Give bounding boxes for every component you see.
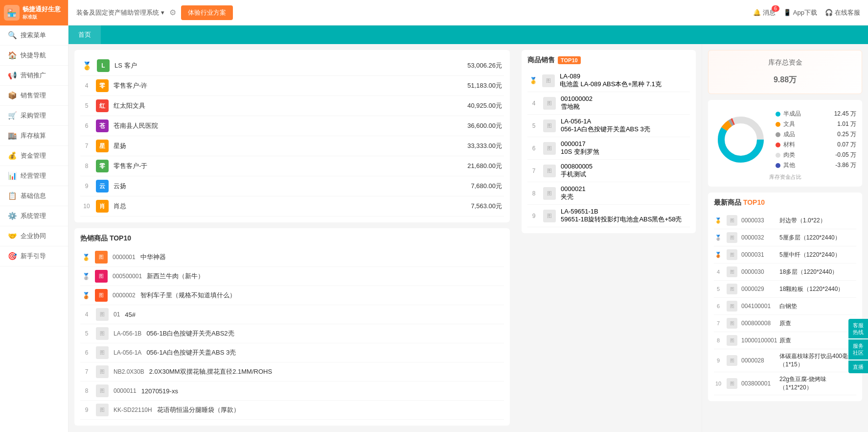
notifications-item[interactable]: 🔔 消息 6	[753, 8, 776, 17]
hot-product-9: 9 图 KK-SD22110H 花语萌恒温分腿睡袋（厚款）	[80, 401, 504, 420]
sidebar-item-purchase[interactable]: 🛒 采购管理	[0, 106, 68, 126]
mobile-icon: 📱	[783, 9, 791, 16]
hot-name-2: 新西兰牛肉（新牛）	[147, 272, 204, 281]
np-item-7: 7 图 000800008 原查	[714, 315, 856, 332]
np-rank-8: 8	[714, 337, 723, 343]
sidebar-item-sales[interactable]: 📦 销售管理	[0, 86, 68, 106]
app-download-label: App下载	[793, 8, 817, 17]
hot-products-list: 🥇 图 0000001 中华神器 🥈 图 000500001 新西兰牛肉（新牛）…	[80, 248, 504, 420]
np-item-6: 6 图 004100001 白钢垫	[714, 298, 856, 315]
ps-info-5: 000800005 手机测试	[561, 163, 688, 179]
ps-thumb-6: 图	[543, 187, 556, 200]
avatar-3: 红	[96, 99, 109, 112]
rank-item-3: 5 红 红太阳文具 40,925.00元	[80, 96, 504, 116]
legend-item-5: 其他 -3.86 万	[776, 161, 856, 169]
customer-name-3: 红太阳文具	[114, 101, 462, 110]
hot-thumb-4: 图	[96, 308, 109, 321]
sidebar-item-quicknav[interactable]: 🏠 快捷导航	[0, 46, 68, 66]
np-item-1: 🥇 图 0000033 封边带（1.0*22）	[714, 212, 856, 229]
product-sales-card: 商品销售 TOP10 🥇 图 LA-089 电池盖 LA-089 ABS本色+黑…	[522, 50, 696, 233]
float-btn-community[interactable]: 服务社区	[848, 339, 868, 360]
legend-val-2: 0.25 万	[837, 130, 856, 139]
rank-item-6: 8 零 零售客户-于 21,680.00元	[80, 156, 504, 176]
inventory-amount: 9.88万	[716, 70, 854, 86]
float-btn-livestream[interactable]: 直播	[848, 360, 868, 373]
sidebar-system-label: 系统管理	[21, 212, 46, 220]
sidebar-item-operations[interactable]: 📊 经营管理	[0, 166, 68, 186]
app-download-item[interactable]: 📱 App下载	[783, 8, 817, 17]
ps-item-1: 🥇 图 LA-089 电池盖 LA-089 ABS本色+黑种 7.1克	[527, 70, 690, 92]
np-rank-9: 9	[714, 358, 723, 363]
online-service-item[interactable]: 🎧 在线客服	[825, 8, 860, 17]
customer-amount-6: 21,680.00元	[467, 162, 502, 170]
np-item-3: 🥉 图 0000031 5厘中纤（1220*2440）	[714, 246, 856, 264]
np-thumb-9: 图	[727, 355, 737, 366]
hot-medal-3: 🥉	[82, 292, 90, 299]
sidebar-item-marketing[interactable]: 📢 营销推广	[0, 66, 68, 86]
header-right: 🔔 消息 6 📱 App下载 🎧 在线客服	[753, 8, 860, 17]
hot-name-3: 智利车子里（规格不知道填什么）	[140, 291, 236, 300]
logo-title: 畅捷通好生意	[23, 5, 61, 14]
np-thumb-3: 图	[727, 249, 737, 260]
ps-rank-3: 5	[529, 122, 538, 129]
np-name-3: 5厘中纤（1220*2440）	[779, 251, 856, 259]
hot-code-9: KK-SD22110H	[114, 407, 152, 413]
tab-home[interactable]: 首页	[69, 25, 101, 44]
float-btn-service[interactable]: 客服热线	[848, 319, 868, 339]
np-thumb-7: 图	[727, 318, 737, 329]
new-products-list: 🥇 图 0000033 封边带（1.0*22） 🥈 图 0000032 5厘多层…	[714, 212, 856, 395]
np-name-10: 22g鱼豆腐-烧烤味（1*12*20）	[779, 375, 856, 392]
hot-code-4: 01	[114, 311, 120, 318]
hot-rank-7: 7	[82, 368, 91, 375]
system-icon: ⚙️	[8, 212, 17, 220]
left-panel: 🥇 L LS 客户 53,006.26元 4 零 零售客户-许 51,183.0…	[69, 44, 516, 432]
sidebar-operations-label: 经营管理	[21, 171, 46, 180]
sidebar-item-inventory[interactable]: 🏬 库存核算	[0, 126, 68, 146]
ps-rank-2: 4	[529, 100, 538, 107]
sidebar-finance-label: 资金管理	[21, 151, 46, 160]
sidebar-item-basicinfo[interactable]: 📋 基础信息	[0, 186, 68, 206]
hot-thumb-2: 图	[95, 270, 108, 283]
right-panel: 库存总资金 9.88万	[702, 44, 868, 432]
np-code-5: 0000029	[741, 286, 776, 292]
ps-item-6: 8 图 0000021 夹壳	[527, 182, 690, 205]
ps-name-6: 夹壳	[561, 192, 688, 201]
dropdown-arrow-icon: ▾	[161, 9, 164, 16]
content: 🥇 L LS 客户 53,006.26元 4 零 零售客户-许 51,183.0…	[69, 44, 868, 432]
avatar-8: 肖	[96, 200, 109, 213]
legend-name-5: 其他	[783, 161, 832, 169]
product-sales-badge: TOP10	[558, 56, 581, 64]
rank-item-4: 6 苍 苍南县人民医院 36,600.00元	[80, 116, 504, 136]
inventory-title: 库存总资金	[716, 58, 854, 67]
ps-name-3: 056-1A白色按键开关盖ABS 3壳	[561, 125, 688, 134]
sidebar-item-system[interactable]: ⚙️ 系统管理	[0, 206, 68, 226]
np-code-9: 0000028	[741, 357, 776, 364]
legend: 半成品 12.45 万 文具 1.01 万 成品 0.25 万	[776, 110, 856, 169]
marketing-icon: 📢	[8, 71, 17, 80]
np-name-1: 封边带（1.0*22）	[779, 216, 856, 225]
np-name-4: 18多层（1220*2440）	[779, 268, 856, 276]
sidebar-item-search[interactable]: 🔍 搜索菜单	[0, 25, 68, 46]
np-code-8: 10000100001	[741, 337, 776, 344]
hot-code-2: 000500001	[113, 273, 142, 280]
rank-item-8: 10 肖 肖总 7,563.00元	[80, 196, 504, 216]
customer-amount-4: 36,600.00元	[467, 121, 502, 130]
ps-name-7: 59651-1B旋转投影灯电池盒ABS黑色+58壳	[561, 215, 688, 224]
ps-thumb-7: 图	[543, 210, 556, 222]
notifications-badge: 6	[772, 5, 779, 12]
sidebar-item-enterprise[interactable]: 🤝 企业协同	[0, 226, 68, 246]
np-medal-1: 🥇	[714, 217, 723, 224]
avatar-2: 零	[96, 79, 109, 92]
np-item-5: 5 图 0000029 18颗粒板（1220*2440）	[714, 281, 856, 298]
sidebar-item-newbie[interactable]: 🎯 新手引导	[0, 246, 68, 266]
header-system-dropdown[interactable]: 装备及固定资产辅助管理系统 ▾	[76, 8, 164, 17]
new-products-top-label: TOP10	[743, 198, 765, 206]
settings-gear-icon[interactable]: ⚙	[169, 8, 176, 17]
rank-item-1: 🥇 L LS 客户 53,006.26元	[80, 56, 504, 76]
hot-name-8: 12070519-xs	[141, 387, 178, 395]
trial-button[interactable]: 体验行业方案	[181, 5, 233, 20]
inventory-unit: 万	[789, 75, 797, 84]
hot-rank-6: 6	[82, 349, 91, 356]
sidebar-item-finance[interactable]: 💰 资金管理	[0, 146, 68, 166]
rank-num-7: 9	[82, 183, 91, 190]
